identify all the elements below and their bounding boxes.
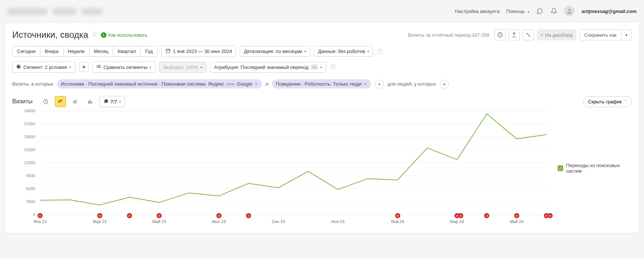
- chat-icon[interactable]: [536, 7, 543, 15]
- avatar[interactable]: [564, 6, 575, 16]
- y-tick: 24000: [24, 109, 35, 113]
- segment-clear[interactable]: ✕: [79, 62, 89, 72]
- chart-plot[interactable]: [40, 111, 546, 215]
- date-range-Сегодня[interactable]: Сегодня: [13, 46, 40, 56]
- x-tick: Мар 23: [93, 219, 106, 224]
- chevron-down-icon: ▾: [320, 65, 322, 69]
- sample-select[interactable]: Выборка: 100%▾: [159, 62, 206, 73]
- filter-chip-sources[interactable]: Источники · Последний значимый источник …: [57, 79, 262, 89]
- chart-type-pie[interactable]: [40, 96, 51, 107]
- compare-icon: [96, 64, 101, 70]
- save-as-caret[interactable]: ▾: [621, 29, 632, 40]
- export-button[interactable]: [509, 29, 520, 40]
- pie-icon: [16, 64, 21, 70]
- help-link[interactable]: Помощь ▾: [506, 9, 530, 14]
- y-tick: 12000: [24, 160, 35, 165]
- y-tick: 15000: [24, 147, 35, 152]
- svg-point-6: [98, 65, 101, 68]
- chip-remove-icon[interactable]: ✕: [254, 82, 258, 87]
- help-icon[interactable]: ?: [330, 64, 336, 70]
- chevron-down-icon: ▾: [69, 65, 71, 69]
- chart-type-area[interactable]: [70, 96, 81, 107]
- svg-point-0: [568, 9, 571, 11]
- svg-rect-8: [88, 101, 89, 104]
- add-dashboard-button[interactable]: + На дашборд: [537, 29, 576, 40]
- chart-type-line[interactable]: [55, 96, 66, 107]
- x-tick: Сен 23: [272, 219, 285, 224]
- hide-chart-button[interactable]: Скрыть график ⌃: [583, 96, 632, 107]
- x-tick: Май 24: [510, 219, 523, 224]
- chevron-down-icon: ▾: [304, 49, 306, 53]
- x-tick: Мар 24: [450, 219, 464, 224]
- user-email[interactable]: antjmessag@gmail.com: [581, 9, 637, 14]
- chevron-down-icon: ▾: [119, 100, 121, 104]
- y-tick: 18000: [24, 135, 35, 139]
- x-tick: Янв 23: [33, 219, 46, 224]
- date-range-group: СегодняВчераНеделяМесяцКварталГод: [12, 46, 158, 57]
- date-range-Неделя[interactable]: Неделя: [63, 46, 89, 56]
- add-visit-filter[interactable]: +: [375, 80, 384, 89]
- date-range-Год[interactable]: Год: [141, 46, 157, 56]
- compare-segments[interactable]: Сравнить сегменты▾: [92, 62, 156, 73]
- chevron-up-icon: ⌃: [624, 100, 627, 104]
- legend-item[interactable]: ✓ Переходы из поисковых систем: [558, 163, 632, 174]
- svg-rect-10: [91, 102, 92, 104]
- date-toolbar: СегодняВчераНеделяМесяцКварталГод 1 янв …: [12, 46, 632, 57]
- chevron-down-icon: ▾: [528, 10, 529, 14]
- filter-sep: и: [266, 81, 268, 87]
- chart-legend: ✓ Переходы из поисковых систем: [546, 111, 632, 226]
- save-as-button[interactable]: Сохранить как: [579, 29, 621, 40]
- svg-rect-9: [89, 100, 91, 103]
- period-summary: Визиты за отчётный период:187 259: [408, 32, 489, 38]
- chart-type-bar[interactable]: [85, 96, 96, 107]
- plus-icon: +: [540, 32, 543, 38]
- main-panel: Источники, сводка i Как использовать Виз…: [4, 22, 640, 233]
- chip-remove-icon[interactable]: ✕: [364, 82, 367, 87]
- series-count-button[interactable]: 7/7 ▾: [99, 96, 125, 107]
- chevron-down-icon: ▾: [200, 65, 202, 69]
- info-icon: i: [101, 32, 106, 38]
- x-tick: Ноя 23: [331, 219, 344, 224]
- segment-toolbar: Сегмент: 2 условия▾ ✕ Сравнить сегменты▾…: [12, 62, 632, 73]
- chevron-down-icon: ▾: [625, 33, 627, 37]
- help-icon[interactable]: ?: [377, 49, 383, 54]
- chart-area: 03000600090001200015000180002100024000 н…: [12, 111, 546, 226]
- chevron-down-icon: ▾: [150, 65, 151, 69]
- link-button[interactable]: [523, 29, 534, 40]
- segment-select[interactable]: Сегмент: 2 условия▾: [12, 62, 75, 73]
- header-row: Источники, сводка i Как использовать Виз…: [12, 23, 632, 46]
- date-range-Квартал[interactable]: Квартал: [113, 46, 141, 56]
- data-select[interactable]: Данные: без роботов▾: [314, 46, 373, 57]
- detail-select[interactable]: Детализация: по месяцам▾: [240, 46, 310, 57]
- refresh-button[interactable]: [494, 29, 506, 40]
- y-tick: 6000: [26, 186, 35, 191]
- comment-icon: [104, 99, 109, 105]
- calendar-icon: [165, 48, 171, 54]
- y-tick: 21000: [24, 122, 35, 126]
- add-people-filter[interactable]: +: [440, 80, 449, 89]
- chart-wrap: 03000600090001200015000180002100024000 н…: [12, 111, 632, 226]
- x-tick: Янв 24: [391, 219, 404, 224]
- howto-link[interactable]: i Как использовать: [101, 32, 148, 38]
- svg-rect-4: [166, 49, 170, 53]
- account-settings-link[interactable]: Настройка аккаунта: [455, 9, 499, 14]
- checkbox-checked-icon[interactable]: ✓: [558, 165, 563, 171]
- y-tick: 3000: [26, 199, 35, 204]
- date-range-Месяц[interactable]: Месяц: [89, 46, 113, 56]
- x-tick: Май 23: [152, 219, 166, 224]
- date-range-Вчера[interactable]: Вчера: [40, 46, 63, 56]
- chart-toolbar: Визиты 7/7 ▾ Скрыть график: [12, 96, 632, 107]
- kd-badge: к/д: [311, 65, 318, 69]
- attribution-select[interactable]: Атрибуция: Последний значимый переход к/…: [210, 62, 326, 73]
- metric-label: Визиты: [12, 98, 33, 105]
- y-tick: 0: [33, 212, 35, 217]
- x-tick: Июл 23: [212, 219, 226, 224]
- breadcrumb-blurred: ........................................…: [7, 8, 102, 15]
- filter-row: Визиты, в которых Источники · Последний …: [12, 79, 632, 89]
- filter-chip-behavior[interactable]: Поведение · Роботность: Только люди ✕: [272, 79, 371, 89]
- bell-icon[interactable]: [550, 7, 558, 15]
- annotation-marker[interactable]: н: [548, 213, 553, 218]
- custom-date-range[interactable]: 1 янв 2023 — 30 июн 2024: [161, 46, 236, 57]
- chevron-down-icon: ▾: [367, 49, 369, 53]
- bookmark-icon[interactable]: [92, 31, 97, 39]
